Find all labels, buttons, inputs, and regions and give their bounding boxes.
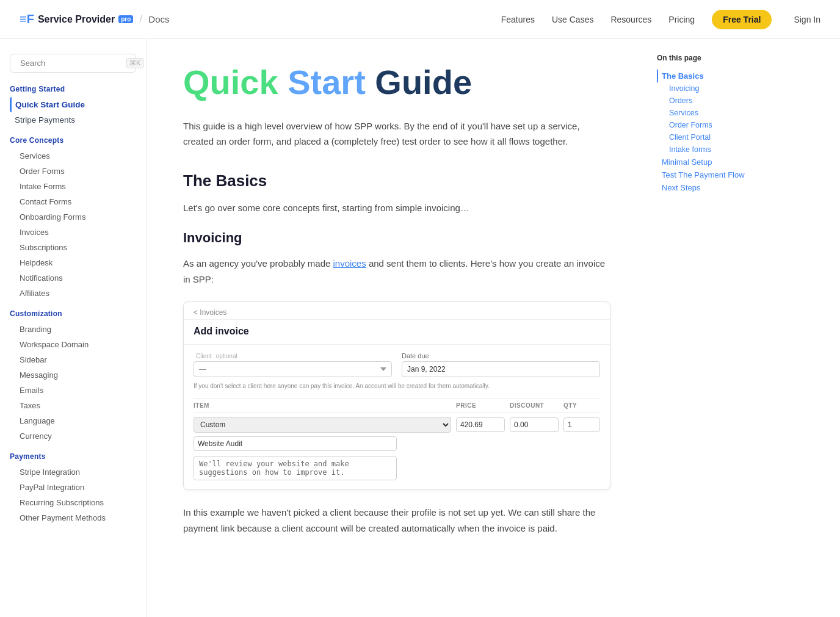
sidebar-section-getting-started: Getting Started [10,85,136,93]
toc-panel: On this page The Basics Invoicing Orders… [647,39,781,617]
signin-link[interactable]: Sign In [794,15,820,24]
toc-item-orders[interactable]: Orders [657,95,772,107]
free-trial-button[interactable]: Free Trial [712,10,772,29]
basics-intro-text: Let's go over some core concepts first, … [183,200,610,216]
invoice-breadcrumb[interactable]: < Invoices [184,302,610,320]
main-content: Quick Start Guide This guide is a high l… [147,39,647,617]
toc-item-order-forms[interactable]: Order Forms [657,119,772,131]
intro-text: This guide is a high level overview of h… [183,118,610,150]
page-layout: ⌘K Getting Started Quick Start Guide Str… [0,39,840,617]
page-title: Quick Start Guide [183,63,610,101]
col-price: PRICE [456,402,505,409]
sidebar-section-customization: Customization [10,309,136,318]
sidebar-item-sidebar[interactable]: Sidebar [10,352,136,367]
client-select[interactable]: — [194,361,392,377]
col-discount: DISCOUNT [510,402,559,409]
col-item: ITEM [194,402,451,409]
sidebar-item-affiliates[interactable]: Affiliates [10,286,136,301]
toc-item-client-portal[interactable]: Client Portal [657,131,772,143]
sidebar-item-invoices[interactable]: Invoices [10,225,136,240]
sidebar-item-other-payment-methods[interactable]: Other Payment Methods [10,510,136,525]
toc-item-the-basics[interactable]: The Basics [657,70,772,82]
logo-icon: ≡F [20,12,34,26]
item-name-input[interactable] [194,436,397,451]
nav-use-cases[interactable]: Use Cases [552,15,593,24]
logo[interactable]: ≡F Service Provider pro [20,12,133,26]
discount-input[interactable] [510,417,559,432]
invoice-client-field: Client optional — [194,352,392,377]
invoice-form: Client optional — Date due If you don't … [184,345,610,489]
logo-pro-badge: pro [118,15,133,23]
sidebar-item-stripe-payments[interactable]: Stripe Payments [10,112,136,128]
nav-pricing[interactable]: Pricing [668,15,695,24]
sidebar-item-onboarding-forms[interactable]: Onboarding Forms [10,209,136,225]
invoicing-intro: As an agency you've probably made invoic… [183,256,610,287]
title-quick: Quick [183,63,278,101]
sidebar-item-services[interactable]: Services [10,148,136,164]
toc-item-test-payment-flow[interactable]: Test The Payment Flow [657,168,772,181]
header-nav: Features Use Cases Resources Pricing Fre… [501,10,820,29]
sidebar-item-language[interactable]: Language [10,413,136,428]
invoicing-intro-before: As an agency you've probably made [183,258,333,269]
search-input[interactable] [20,59,123,68]
item-type-select[interactable]: Custom [194,417,451,433]
bottom-text: In this example we haven't picked a clie… [183,505,610,536]
toc-title: On this page [657,54,772,62]
date-due-input[interactable] [402,361,600,377]
sidebar-item-emails[interactable]: Emails [10,383,136,398]
header-docs-label: Docs [148,14,169,24]
toc-item-intake-forms[interactable]: Intake forms [657,143,772,156]
sidebar-item-currency[interactable]: Currency [10,428,136,444]
invoice-hint: If you don't select a client here anyone… [194,382,600,391]
price-input[interactable] [456,417,505,432]
nav-resources[interactable]: Resources [610,15,651,24]
section-heading-invoicing: Invoicing [183,230,610,246]
sidebar-item-recurring-subscriptions[interactable]: Recurring Subscriptions [10,495,136,510]
sidebar-item-contact-forms[interactable]: Contact Forms [10,194,136,209]
toc-item-invoicing[interactable]: Invoicing [657,82,772,95]
invoice-table-row: Custom [194,417,600,433]
sidebar-item-helpdesk[interactable]: Helpdesk [10,255,136,270]
sidebar-item-stripe-integration[interactable]: Stripe Integration [10,464,136,480]
title-guide: Guide [375,63,472,101]
item-desc-textarea[interactable]: We'll review your website and make sugge… [194,456,397,480]
nav-features[interactable]: Features [501,15,535,24]
sidebar-item-paypal-integration[interactable]: PayPal Integration [10,480,136,495]
client-label: Client optional [194,352,392,359]
qty-input[interactable] [563,417,600,432]
invoice-table-header: ITEM PRICE DISCOUNT QTY [194,398,600,413]
invoice-screenshot: < Invoices Add invoice Client optional — [183,301,610,490]
sidebar-item-messaging[interactable]: Messaging [10,367,136,383]
search-box[interactable]: ⌘K [10,54,136,73]
invoice-row-client-date: Client optional — Date due [194,352,600,377]
section-heading-basics: The Basics [183,171,610,190]
toc-item-services[interactable]: Services [657,107,772,119]
toc-item-next-steps[interactable]: Next Steps [657,181,772,194]
date-due-label: Date due [402,352,600,359]
sidebar-item-subscriptions[interactable]: Subscriptions [10,240,136,255]
sidebar-item-quick-start-guide[interactable]: Quick Start Guide [10,97,136,112]
search-kbd: ⌘K [126,58,143,68]
sidebar-item-branding[interactable]: Branding [10,322,136,337]
sidebar-item-order-forms[interactable]: Order Forms [10,164,136,179]
title-start: Start [288,63,366,101]
toc-item-minimal-setup[interactable]: Minimal Setup [657,156,772,168]
sidebar-section-core-concepts: Core Concepts [10,136,136,145]
invoices-link[interactable]: invoices [333,258,366,269]
sidebar-item-intake-forms[interactable]: Intake Forms [10,179,136,194]
invoice-title-text: Add invoice [194,326,249,336]
invoice-date-field: Date due [402,352,600,377]
sidebar-item-taxes[interactable]: Taxes [10,398,136,413]
sidebar: ⌘K Getting Started Quick Start Guide Str… [0,39,147,617]
sidebar-item-workspace-domain[interactable]: Workspace Domain [10,337,136,352]
sidebar-section-payments: Payments [10,452,136,461]
logo-text: Service Provider [38,14,115,25]
sidebar-item-notifications[interactable]: Notifications [10,270,136,286]
header-divider: / [139,13,142,26]
col-qty: QTY [563,402,600,409]
header: ≡F Service Provider pro / Docs Features … [0,0,840,39]
item-name-row: We'll review your website and make sugge… [194,436,600,482]
invoice-title-bar: Add invoice [184,320,610,345]
